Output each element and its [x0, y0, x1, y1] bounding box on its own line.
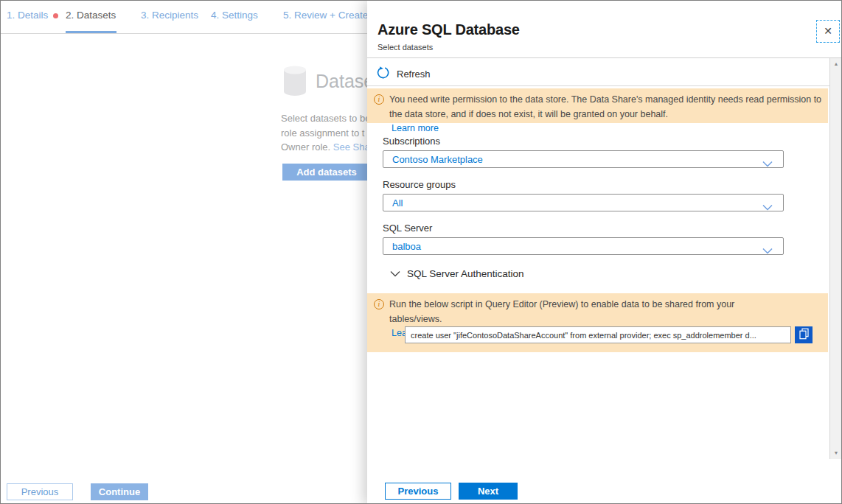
header-divider	[367, 57, 842, 58]
scroll-down-icon[interactable]: ▼	[830, 448, 842, 458]
sql-server-value: balboa	[392, 241, 421, 252]
chevron-down-icon	[390, 267, 400, 280]
info-icon: i	[374, 299, 384, 309]
database-icon	[282, 66, 307, 99]
permission-banner-text: You need write permission to the data st…	[389, 93, 821, 136]
permission-info-banner: i You need write permission to the data …	[367, 88, 828, 123]
close-icon[interactable]: ✕	[816, 20, 840, 43]
panel-title: Azure SQL Database	[377, 21, 520, 38]
refresh-icon	[377, 66, 389, 82]
datasets-description: Select datasets to be role assignment to…	[281, 111, 370, 155]
subscriptions-dropdown[interactable]: Contoso Marketplace	[383, 150, 784, 168]
description-line: Select datasets to be	[281, 111, 370, 126]
background-continue-button[interactable]: Continue	[91, 483, 148, 500]
script-info-banner: i Run the below script in Query Editor (…	[367, 293, 828, 352]
panel-subtitle: Select datasets	[377, 43, 433, 52]
chevron-down-icon	[762, 200, 773, 214]
copy-button[interactable]	[795, 326, 813, 343]
resource-groups-value: All	[392, 197, 403, 209]
scroll-up-icon[interactable]: ▲	[830, 59, 842, 69]
info-icon: i	[374, 94, 384, 105]
add-datasets-button[interactable]: Add datasets	[282, 164, 371, 181]
script-textbox[interactable]	[405, 326, 791, 343]
tab-label: 5. Review + Create	[283, 10, 368, 21]
tab-review-create[interactable]: 5. Review + Create	[283, 10, 368, 21]
azure-sql-database-panel: Azure SQL Database Select datasets ✕ Ref…	[367, 1, 842, 504]
refresh-button[interactable]: Refresh	[377, 66, 431, 82]
tab-label: 1. Details	[7, 10, 48, 21]
tab-label: 3. Recipients	[141, 10, 198, 21]
sql-server-dropdown[interactable]: balboa	[383, 237, 784, 255]
tab-label: 4. Settings	[211, 10, 258, 21]
learn-more-link[interactable]: Learn more	[392, 123, 439, 133]
panel-next-button[interactable]: Next	[459, 483, 518, 500]
sql-auth-expander[interactable]: SQL Server Authentication	[390, 267, 524, 280]
panel-previous-button[interactable]: Previous	[385, 483, 451, 500]
tab-recipients[interactable]: 3. Recipients	[141, 10, 198, 21]
refresh-label: Refresh	[397, 69, 431, 80]
panel-scrollbar[interactable]: ▲ ▼	[829, 58, 841, 459]
tab-label: 2. Datasets	[66, 10, 116, 21]
background-previous-button[interactable]: Previous	[7, 483, 73, 500]
copy-icon	[798, 328, 810, 342]
validation-dot-icon	[53, 13, 58, 18]
description-line: Owner role. See Sha	[281, 140, 370, 155]
sql-auth-label: SQL Server Authentication	[407, 268, 524, 279]
resource-groups-dropdown[interactable]: All	[383, 194, 784, 211]
see-share-link[interactable]: See Sha	[333, 141, 370, 153]
chevron-down-icon	[762, 157, 773, 170]
description-line: role assignment to t	[281, 126, 370, 141]
resource-groups-label: Resource groups	[383, 179, 456, 190]
tab-settings[interactable]: 4. Settings	[211, 10, 258, 21]
subscriptions-label: Subscriptions	[383, 136, 440, 147]
subscriptions-value: Contoso Marketplace	[392, 154, 483, 165]
toolbar-divider	[367, 85, 829, 86]
chevron-down-icon	[762, 244, 773, 257]
tab-datasets[interactable]: 2. Datasets	[66, 10, 116, 21]
tab-details[interactable]: 1. Details	[7, 10, 58, 21]
sql-server-label: SQL Server	[383, 223, 432, 234]
screenshot-frame: 1. Details 2. Datasets 3. Recipients 4. …	[0, 0, 842, 504]
